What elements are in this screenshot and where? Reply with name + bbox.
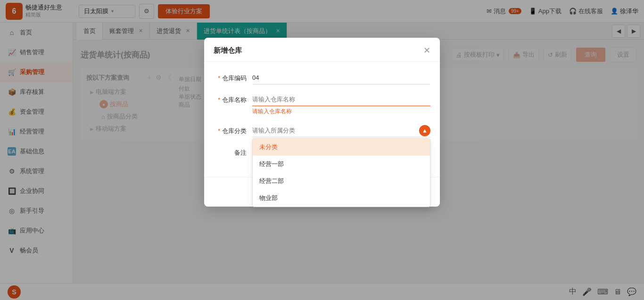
category-input[interactable]: [252, 124, 430, 137]
code-input[interactable]: [252, 71, 430, 84]
name-field: 请输入仓库名称: [252, 93, 430, 116]
modal-title: 新增仓库: [214, 46, 242, 55]
code-label: 仓库编码: [214, 71, 247, 83]
name-input[interactable]: [252, 93, 430, 106]
category-field: ▲ 未分类 经营一部 经营二部 物业部: [252, 124, 430, 137]
modal-header: 新增仓库 ✕: [204, 38, 440, 62]
new-warehouse-modal: 新增仓库 ✕ 仓库编码 仓库名称 请输入仓库名称: [204, 38, 440, 207]
modal-overlay: 新增仓库 ✕ 仓库编码 仓库名称 请输入仓库名称: [0, 0, 644, 300]
name-error-message: 请输入仓库名称: [252, 108, 430, 116]
dropdown-item-dept2[interactable]: 经营二部: [253, 173, 430, 190]
name-field-row: 仓库名称 请输入仓库名称: [214, 93, 430, 116]
code-field-row: 仓库编码: [214, 71, 430, 84]
dropdown-item-dept3[interactable]: 物业部: [253, 190, 430, 207]
modal-close-button[interactable]: ✕: [423, 45, 430, 56]
category-field-row: 仓库分类 ▲ 未分类 经营一部 经营二部 物业部: [214, 124, 430, 137]
modal-body: 仓库编码 仓库名称 请输入仓库名称 仓库分类: [204, 62, 440, 177]
category-label: 仓库分类: [214, 124, 247, 135]
name-label: 仓库名称: [214, 93, 247, 104]
category-dropdown-toggle[interactable]: ▲: [419, 125, 430, 136]
remark-label: 备注: [214, 146, 247, 157]
dropdown-item-uncategorized[interactable]: 未分类: [253, 139, 430, 156]
code-field: [252, 71, 430, 84]
category-dropdown: 未分类 经营一部 经营二部 物业部: [252, 138, 430, 207]
dropdown-item-dept1[interactable]: 经营一部: [253, 156, 430, 173]
